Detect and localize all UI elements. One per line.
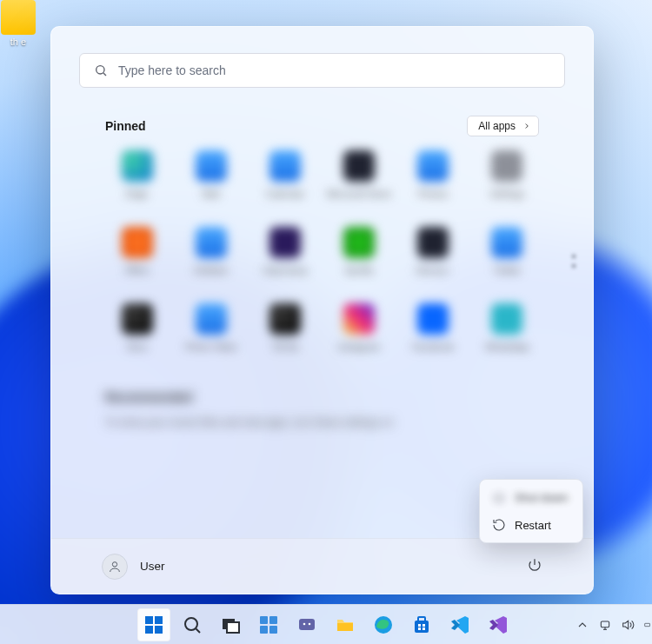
app-icon	[196, 303, 227, 335]
vscode[interactable]	[443, 608, 476, 641]
pinned-app[interactable]: Instagram	[322, 303, 396, 352]
visual-studio-icon	[488, 614, 509, 635]
app-icon	[417, 227, 449, 258]
search-icon	[182, 614, 203, 635]
chat[interactable]	[290, 608, 323, 641]
shutdown-item[interactable]: Shut down	[483, 483, 579, 511]
app-label: Facebook	[396, 342, 470, 352]
svg-rect-5	[145, 626, 153, 634]
page-indicator[interactable]	[572, 255, 575, 268]
app-icon	[417, 303, 449, 335]
chevron-up-icon[interactable]	[575, 618, 589, 632]
svg-point-7	[185, 618, 197, 630]
pinned-app[interactable]: Settings	[470, 150, 544, 199]
recommended-section: Recommended To show your recent files an…	[51, 352, 593, 428]
start-button[interactable]	[137, 608, 170, 641]
app-icon	[343, 150, 375, 182]
edge-icon	[373, 614, 394, 635]
power-button[interactable]	[527, 557, 542, 576]
edge[interactable]	[367, 608, 400, 641]
pinned-app[interactable]: TikTok	[248, 303, 322, 352]
svg-line-1	[103, 73, 106, 76]
desktop-shortcut[interactable]: th e	[0, 0, 42, 47]
pinned-app[interactable]: Spotify	[322, 227, 396, 276]
svg-rect-14	[269, 626, 277, 634]
power-icon	[492, 490, 506, 504]
svg-point-16	[303, 622, 306, 625]
search-icon	[94, 63, 108, 77]
task-view[interactable]	[214, 608, 247, 641]
widgets[interactable]	[252, 608, 285, 641]
store[interactable]	[405, 608, 438, 641]
svg-rect-11	[260, 616, 268, 624]
svg-rect-22	[418, 624, 421, 627]
app-icon	[269, 150, 301, 182]
restart-item[interactable]: Restart	[483, 511, 579, 539]
svg-rect-21	[418, 617, 425, 621]
pinned-app[interactable]: Office	[100, 227, 174, 276]
pinned-app[interactable]: Facebook	[396, 303, 470, 352]
app-label: Microsoft Store	[322, 189, 396, 199]
pinned-app[interactable]: Twitter	[470, 227, 544, 276]
app-icon	[122, 303, 153, 335]
battery-icon[interactable]	[643, 618, 652, 632]
user-name: User	[140, 560, 165, 573]
avatar	[102, 554, 128, 580]
recommended-text: To show your recent files and new apps, …	[105, 416, 522, 428]
all-apps-label: All apps	[478, 120, 516, 132]
search-placeholder: Type here to search	[118, 63, 226, 77]
pinned-app[interactable]: Clipchamp	[248, 227, 322, 276]
pinned-app[interactable]: Disney+	[396, 227, 470, 276]
pinned-apps-grid: EdgeMailCalendarMicrosoft StorePhotosSet…	[51, 145, 593, 352]
desktop-shortcut-label: th e	[0, 37, 42, 47]
svg-rect-3	[145, 616, 153, 624]
taskbar-search[interactable]	[176, 608, 209, 641]
search-input[interactable]: Type here to search	[79, 53, 565, 88]
app-icon	[122, 150, 153, 182]
svg-rect-10	[227, 622, 239, 633]
pinned-app[interactable]: WhatsApp	[470, 303, 544, 352]
app-label: Settings	[470, 189, 544, 199]
pinned-app[interactable]: Edge	[100, 150, 174, 199]
app-label: Instagram	[322, 342, 396, 352]
user-account-button[interactable]: User	[102, 554, 165, 580]
svg-rect-12	[269, 616, 277, 624]
wifi-icon[interactable]	[598, 618, 612, 632]
start-footer: User	[51, 538, 593, 594]
app-label: Office	[100, 265, 174, 276]
svg-marker-29	[623, 621, 629, 628]
all-apps-button[interactable]: All apps	[467, 116, 539, 136]
svg-line-8	[196, 628, 201, 633]
svg-rect-4	[155, 616, 163, 624]
app-icon	[269, 303, 301, 335]
app-label: Edge	[100, 189, 174, 199]
svg-point-17	[309, 622, 311, 625]
pinned-app[interactable]: Mail	[174, 150, 248, 199]
volume-icon[interactable]	[621, 618, 635, 632]
app-label: WhatsApp	[470, 342, 544, 352]
svg-rect-30	[645, 623, 650, 626]
pinned-app[interactable]: Microsoft Store	[322, 150, 396, 199]
svg-point-0	[96, 66, 104, 74]
app-icon	[269, 227, 301, 258]
svg-rect-13	[260, 626, 268, 634]
pinned-app[interactable]: Photos	[396, 150, 470, 199]
restart-icon	[492, 518, 506, 532]
shutdown-label: Shut down	[515, 491, 568, 504]
svg-rect-24	[418, 627, 421, 630]
task-view-icon	[220, 614, 241, 635]
app-icon	[196, 227, 227, 258]
app-icon	[122, 227, 153, 258]
svg-rect-26	[601, 621, 609, 627]
app-icon	[491, 150, 522, 182]
file-explorer[interactable]	[329, 608, 362, 641]
chevron-right-icon	[522, 122, 531, 130]
visual-studio[interactable]	[482, 608, 515, 641]
folder-icon	[335, 614, 356, 635]
app-icon	[196, 150, 227, 182]
pinned-app[interactable]: Solitaire	[174, 227, 248, 276]
pinned-app[interactable]: Calendar	[248, 150, 322, 199]
pinned-app[interactable]: Prime Video	[174, 303, 248, 352]
pinned-app[interactable]: Xbox	[100, 303, 174, 352]
app-label: Clipchamp	[248, 265, 322, 276]
